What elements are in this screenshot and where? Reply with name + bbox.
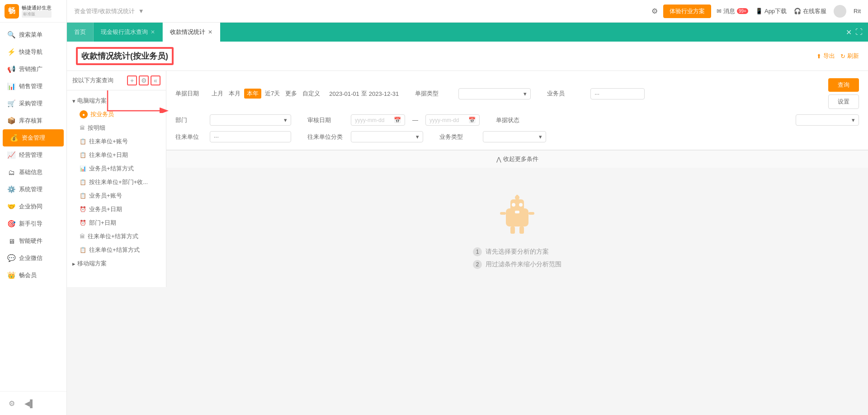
scheme-add-btn[interactable]: + xyxy=(127,75,137,85)
sidebar-item-quick-nav[interactable]: ⚡ 快捷导航 xyxy=(0,43,66,61)
scheme-item-salesperson-account[interactable]: 📋 业务员+账号 xyxy=(67,189,166,203)
date-shortcut-this-month[interactable]: 本月 xyxy=(227,89,242,99)
window-close-icon[interactable]: ✕ xyxy=(846,28,852,37)
settings-btn[interactable]: 设置 xyxy=(828,94,859,109)
date-shortcut-this-year[interactable]: 本年 xyxy=(244,89,261,99)
filter-row-2: 部门 ▾ 审核日期 yyyy-mm-dd 📅 — yyyy-mm-dd xyxy=(175,114,859,126)
breadcrumb-dropdown-icon[interactable]: ▼ xyxy=(138,8,144,14)
nav-label-search: 搜索菜单 xyxy=(19,31,42,39)
salesperson-select[interactable]: ··· xyxy=(590,88,645,99)
scheme-desktop-group-header[interactable]: ▾ 电脑端方案 xyxy=(67,94,166,108)
date-separator: 至 xyxy=(361,90,367,98)
scheme-item-by-salesperson[interactable]: ● 按业务员 xyxy=(67,108,166,121)
sidebar-item-funds[interactable]: 💰 资金管理 xyxy=(3,129,64,146)
sidebar-item-inventory[interactable]: 📦 库存核算 xyxy=(0,112,66,129)
trial-btn[interactable]: 体验行业方案 xyxy=(663,5,711,18)
message-btn[interactable]: ✉ 消息 99+ xyxy=(717,7,748,15)
window-maximize-icon[interactable]: ⛶ xyxy=(855,28,863,36)
sidebar-item-purchase[interactable]: 🛒 采购管理 xyxy=(0,95,66,112)
breadcrumb-area: 资金管理/收款情况统计 ▼ xyxy=(74,7,646,15)
tab-bank-flow[interactable]: 现金银行流水查询 ✕ xyxy=(94,23,163,42)
collapse-sidebar-btn[interactable]: ◀▌ xyxy=(23,396,37,410)
scheme-item-icon-dept-date: ⏰ xyxy=(80,220,86,226)
scheme-mobile-group: ▸ 移动端方案 xyxy=(67,257,166,270)
tab-collection-stats-close[interactable]: ✕ xyxy=(208,29,212,35)
scheme-collapse-btn[interactable]: « xyxy=(151,75,160,85)
calendar-from-icon[interactable]: 📅 xyxy=(394,117,401,123)
scheme-item-counterpart-dept-income[interactable]: 📋 按往来单位+部门+收... xyxy=(67,175,166,189)
settings-bottom-icon[interactable]: ⚙ xyxy=(5,396,19,410)
sidebar-item-search[interactable]: 🔍 搜索菜单 xyxy=(0,26,66,43)
date-shortcut-last-month[interactable]: 上月 xyxy=(210,89,225,99)
svg-rect-7 xyxy=(510,226,515,234)
message-icon: ✉ xyxy=(717,8,722,14)
tab-collection-stats-label: 收款情况统计 xyxy=(170,28,205,36)
empty-hints: 1 请先选择要分析的方案 2 用过滤条件来缩小分析范围 xyxy=(473,247,561,269)
tab-collection-stats[interactable]: 收款情况统计 ✕ xyxy=(163,23,220,42)
sidebar-item-smart-hw[interactable]: 🖥 智能硬件 xyxy=(0,232,66,250)
counterpart-select[interactable]: ··· xyxy=(210,131,291,142)
scheme-item-icon-salesperson-settlement: 📊 xyxy=(80,165,86,172)
hint-2-text: 用过滤条件来缩小分析范围 xyxy=(486,260,561,269)
scheme-item-salesperson-settlement[interactable]: 📊 业务员+结算方式 xyxy=(67,162,166,175)
logo-text-area: 畅捷通好生意 标准版 xyxy=(22,5,52,18)
sidebar-item-basic-info[interactable]: 🗂 基础信息 xyxy=(0,164,66,181)
scheme-tree: ▾ 电脑端方案 ● 按业务员 🏛 按明细 📋 往来单位+账号 📋 往来单位+日期… xyxy=(67,90,166,274)
header-settings-icon[interactable]: ⚙ xyxy=(651,7,658,15)
sidebar-item-wechat[interactable]: 💬 企业微信 xyxy=(0,250,66,267)
page-content: 收款情况统计(按业务员) ⬆ 导出 ↻ 刷新 按以下方案查询 xyxy=(67,42,868,415)
doc-status-dropdown-icon: ▾ xyxy=(852,117,855,123)
svg-point-3 xyxy=(519,203,523,207)
svg-rect-4 xyxy=(515,211,519,213)
biz-type-select[interactable]: ▾ xyxy=(483,131,546,142)
scheme-item-by-detail[interactable]: 🏛 按明细 xyxy=(67,121,166,135)
query-btn[interactable]: 查询 xyxy=(828,78,859,92)
user-avatar[interactable] xyxy=(834,5,846,18)
calendar-to-icon[interactable]: 📅 xyxy=(468,117,476,123)
nav-icon-funds: 💰 xyxy=(10,134,18,142)
scheme-item-salesperson-date[interactable]: ⏰ 业务员+日期 xyxy=(67,203,166,216)
export-btn[interactable]: ⬆ 导出 xyxy=(816,52,835,60)
online-service-btn[interactable]: 🎧 在线客服 xyxy=(794,7,826,15)
nav-label-funds: 资金管理 xyxy=(22,134,45,142)
counterpart-cat-select[interactable]: ▾ xyxy=(351,131,423,142)
category-select[interactable]: ▾ xyxy=(458,88,531,99)
counterpart-cat-dropdown-icon: ▾ xyxy=(416,133,419,140)
date-shortcut-7days[interactable]: 近7天 xyxy=(263,89,282,99)
scheme-mobile-group-header[interactable]: ▸ 移动端方案 xyxy=(67,257,166,270)
sidebar-item-operation[interactable]: 📈 经营管理 xyxy=(0,146,66,164)
category-dropdown-icon: ▾ xyxy=(524,90,527,97)
counterpart-cat-label: 往来单位分类 xyxy=(307,133,344,141)
review-date-to[interactable]: yyyy-mm-dd 📅 xyxy=(425,114,480,126)
scheme-item-counterpart-settlement2[interactable]: 📋 往来单位+结算方式 xyxy=(67,243,166,257)
hint-1-text: 请先选择要分析的方案 xyxy=(486,248,549,256)
review-date-from[interactable]: yyyy-mm-dd 📅 xyxy=(351,114,405,126)
tab-home[interactable]: 首页 xyxy=(67,23,94,42)
sidebar-item-enterprise[interactable]: 🤝 企业协同 xyxy=(0,198,66,215)
salesperson-more-icon: ··· xyxy=(594,90,599,97)
scheme-settings-btn[interactable]: ⚙ xyxy=(139,75,149,85)
sidebar-item-sales[interactable]: 📊 销售管理 xyxy=(0,78,66,95)
scheme-item-dept-date[interactable]: ⏰ 部门+日期 xyxy=(67,216,166,230)
date-shortcut-custom[interactable]: 自定义 xyxy=(301,89,322,99)
scheme-item-counterpart-settlement1[interactable]: 🏛 往来单位+结算方式 xyxy=(67,230,166,243)
collapse-bar[interactable]: ⋀ 收起更多条件 xyxy=(166,150,868,168)
tab-bank-flow-close[interactable]: ✕ xyxy=(151,29,155,35)
page-title: 收款情况统计(按业务员) xyxy=(77,48,173,64)
refresh-btn[interactable]: ↻ 刷新 xyxy=(840,52,859,60)
scheme-item-counterpart-date[interactable]: 📋 往来单位+日期 xyxy=(67,148,166,162)
message-badge: 99+ xyxy=(737,8,748,14)
app-download-btn[interactable]: 📱 App下载 xyxy=(755,7,787,15)
scheme-add-icon: + xyxy=(130,77,134,84)
nav-label-wechat: 企业微信 xyxy=(19,254,42,262)
doc-status-select[interactable]: ▾ xyxy=(796,114,859,126)
dept-select[interactable]: ▾ xyxy=(210,114,291,126)
date-shortcut-more[interactable]: 更多 xyxy=(283,89,299,99)
sidebar-item-system[interactable]: ⚙️ 系统管理 xyxy=(0,181,66,198)
svg-point-2 xyxy=(512,203,515,207)
sidebar-item-guide[interactable]: 🎯 新手引导 xyxy=(0,215,66,232)
message-label: 消息 xyxy=(723,7,735,15)
sidebar-item-marketing[interactable]: 📢 营销推广 xyxy=(0,61,66,78)
sidebar-item-vip[interactable]: 👑 畅会员 xyxy=(0,267,66,284)
scheme-item-counterpart-account[interactable]: 📋 往来单位+账号 xyxy=(67,135,166,148)
